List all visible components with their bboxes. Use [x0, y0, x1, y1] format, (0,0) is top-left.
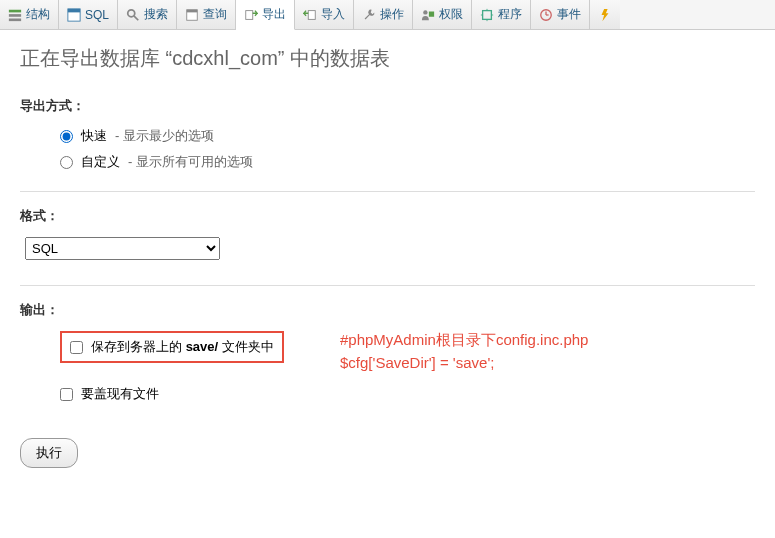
privileges-icon — [421, 8, 435, 22]
tab-structure[interactable]: 结构 — [0, 0, 59, 29]
clock-icon — [539, 8, 553, 22]
divider — [20, 191, 755, 192]
export-method-group: 快速 - 显示最少的选项 自定义 - 显示所有可用的选项 — [60, 127, 755, 171]
radio-quick[interactable]: 快速 - 显示最少的选项 — [60, 127, 755, 145]
tab-label: 事件 — [557, 6, 581, 23]
svg-line-6 — [134, 15, 138, 19]
svg-point-5 — [128, 9, 135, 16]
radio-custom-desc: - 显示所有可用的选项 — [128, 153, 253, 171]
output-label: 输出： — [20, 301, 755, 319]
tab-export[interactable]: 导出 — [236, 0, 295, 30]
export-icon — [244, 8, 258, 22]
tab-import[interactable]: 导入 — [295, 0, 354, 29]
overwrite-option[interactable]: 要盖现有文件 — [60, 385, 755, 403]
svg-rect-13 — [483, 10, 492, 19]
svg-rect-8 — [187, 9, 198, 12]
tab-sql[interactable]: SQL — [59, 0, 118, 29]
wrench-icon — [362, 8, 376, 22]
svg-point-11 — [423, 10, 427, 14]
tab-events[interactable]: 事件 — [531, 0, 590, 29]
tab-privileges[interactable]: 权限 — [413, 0, 472, 29]
save-to-server-label: 保存到务器上的 save/ 文件夹中 — [91, 338, 274, 356]
svg-rect-0 — [9, 9, 21, 12]
format-label: 格式： — [20, 207, 755, 225]
triggers-icon — [598, 8, 612, 22]
tab-bar: 结构 SQL 搜索 查询 导出 导入 操作 权限 程序 事件 — [0, 0, 775, 30]
annotation-text: #phpMyAdmin根目录下config.inc.php $cfg['Save… — [340, 329, 588, 374]
radio-quick-label: 快速 — [81, 127, 107, 145]
tab-label: 权限 — [439, 6, 463, 23]
svg-rect-9 — [246, 10, 253, 19]
save-to-server-option[interactable]: 保存到务器上的 save/ 文件夹中 — [60, 331, 284, 363]
sql-icon — [67, 8, 81, 22]
radio-custom[interactable]: 自定义 - 显示所有可用的选项 — [60, 153, 755, 171]
submit-button[interactable]: 执行 — [20, 438, 78, 468]
svg-rect-1 — [9, 14, 21, 17]
tab-label: 搜索 — [144, 6, 168, 23]
structure-icon — [8, 8, 22, 22]
format-select[interactable]: SQL — [25, 237, 220, 260]
overwrite-label: 要盖现有文件 — [81, 385, 159, 403]
tab-routines[interactable]: 程序 — [472, 0, 531, 29]
tab-operations[interactable]: 操作 — [354, 0, 413, 29]
page-title: 正在导出数据库 “cdcxhl_com” 中的数据表 — [20, 45, 755, 72]
radio-quick-input[interactable] — [60, 130, 73, 143]
tab-label: 操作 — [380, 6, 404, 23]
tab-label: 结构 — [26, 6, 50, 23]
svg-rect-2 — [9, 18, 21, 21]
overwrite-checkbox[interactable] — [60, 388, 73, 401]
tab-label: 导入 — [321, 6, 345, 23]
tab-search[interactable]: 搜索 — [118, 0, 177, 29]
export-method-label: 导出方式： — [20, 97, 755, 115]
routines-icon — [480, 8, 494, 22]
svg-rect-4 — [68, 8, 80, 12]
import-icon — [303, 8, 317, 22]
tab-label: SQL — [85, 8, 109, 22]
tab-query[interactable]: 查询 — [177, 0, 236, 29]
radio-custom-input[interactable] — [60, 156, 73, 169]
svg-rect-12 — [429, 11, 434, 16]
query-icon — [185, 8, 199, 22]
svg-rect-10 — [308, 10, 315, 19]
divider — [20, 285, 755, 286]
tab-label: 程序 — [498, 6, 522, 23]
tab-more[interactable] — [590, 0, 620, 29]
tab-label: 导出 — [262, 6, 286, 23]
radio-custom-label: 自定义 — [81, 153, 120, 171]
tab-label: 查询 — [203, 6, 227, 23]
main-content: 正在导出数据库 “cdcxhl_com” 中的数据表 导出方式： 快速 - 显示… — [0, 30, 775, 483]
radio-quick-desc: - 显示最少的选项 — [115, 127, 214, 145]
search-icon — [126, 8, 140, 22]
save-to-server-checkbox[interactable] — [70, 341, 83, 354]
